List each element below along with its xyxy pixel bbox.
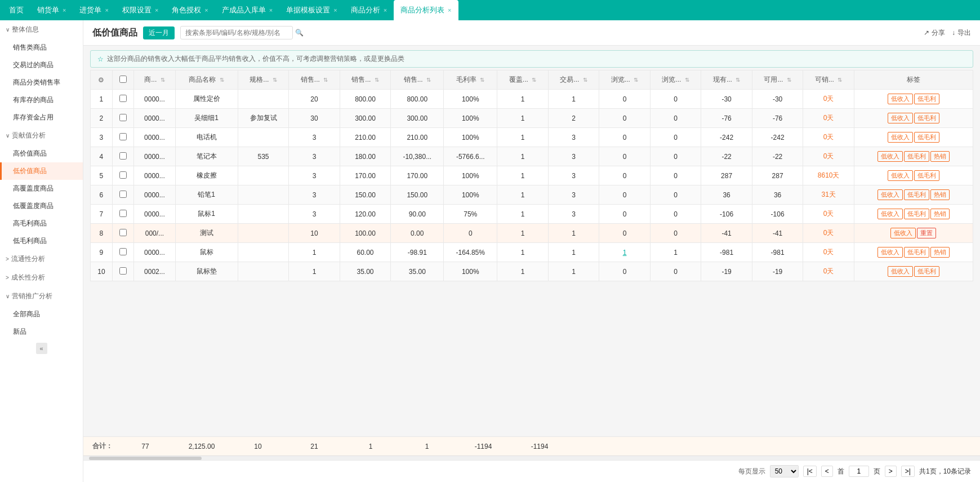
row-checkbox[interactable] [112, 185, 133, 205]
prev-page-btn[interactable]: < [821, 466, 833, 477]
nav-close-icon[interactable]: × [105, 7, 108, 14]
row-checkbox[interactable] [112, 205, 133, 224]
row-checkbox[interactable] [112, 147, 133, 166]
sidebar-item-低价值商品[interactable]: 低价值商品 [0, 162, 83, 180]
row-checkbox[interactable] [112, 109, 133, 128]
col-gear[interactable]: ⚙ [91, 70, 113, 90]
nav-item-单据模板设置[interactable]: 单据模板设置× [279, 0, 344, 20]
select-all-checkbox[interactable] [119, 76, 127, 83]
nav-close-icon[interactable]: × [269, 7, 273, 14]
col-checkbox[interactable] [112, 70, 133, 90]
row-select-checkbox[interactable] [119, 191, 127, 198]
col-sales-amount[interactable]: 销售... ⇅ [391, 70, 444, 90]
row-checkbox[interactable] [112, 128, 133, 147]
row-amount: 800.00 [391, 90, 444, 109]
tag: 低收入 [888, 132, 913, 143]
row-checkbox[interactable] [112, 224, 133, 243]
col-browse1[interactable]: 浏览... ⇅ [599, 70, 651, 90]
col-browse2[interactable]: 浏览... ⇅ [650, 70, 701, 90]
sidebar-item-交易过的商品[interactable]: 交易过的商品 [0, 56, 83, 74]
sidebar-group-整体信息[interactable]: ∨整体信息 [0, 20, 83, 39]
table-container[interactable]: ⚙ 商... ⇅ 商品名称 ⇅ 规格... ⇅ 销售... ⇅ 销售... ⇅ … [83, 70, 980, 436]
nav-close-icon[interactable]: × [333, 7, 337, 14]
sidebar-item-低毛利商品[interactable]: 低毛利商品 [0, 232, 83, 250]
sidebar-item-高价值商品[interactable]: 高价值商品 [0, 145, 83, 162]
row-num: 4 [91, 147, 113, 166]
col-sales-price[interactable]: 销售... ⇅ [340, 70, 391, 90]
next-page-btn[interactable]: > [885, 466, 897, 477]
row-browse1[interactable]: 1 [599, 243, 651, 262]
nav-close-icon[interactable]: × [155, 7, 158, 14]
col-transaction[interactable]: 交易... ⇅ [548, 70, 599, 90]
sidebar-item-高覆盖度商品[interactable]: 高覆盖度商品 [0, 180, 83, 197]
table-row: 8 000/... 测试 10 100.00 0.00 0 1 1 0 0 -4… [91, 224, 973, 243]
sidebar-group-流通性分析[interactable]: >流通性分析 [0, 250, 83, 268]
page-size-select[interactable]: 50 100 [770, 465, 799, 477]
sidebar-collapse-btn[interactable]: « [36, 343, 47, 354]
row-select-checkbox[interactable] [119, 248, 127, 255]
horizontal-scrollbar[interactable] [83, 456, 980, 460]
sidebar-group-成长性分析[interactable]: >成长性分析 [0, 268, 83, 287]
nav-close-icon[interactable]: × [204, 7, 208, 14]
nav-close-icon[interactable]: × [63, 7, 66, 14]
row-select-checkbox[interactable] [119, 133, 127, 140]
col-stock[interactable]: 现有... ⇅ [701, 70, 752, 90]
nav-item-商品分析列表[interactable]: 商品分析列表× [394, 0, 458, 20]
row-name: 鼠标 [175, 243, 238, 262]
nav-item-首页[interactable]: 首页 [2, 0, 30, 20]
col-code[interactable]: 商... ⇅ [134, 70, 175, 90]
page-number-input[interactable] [849, 466, 869, 477]
sidebar-item-高毛利商品[interactable]: 高毛利商品 [0, 215, 83, 232]
sidebar-item-新品[interactable]: 新品 [0, 323, 83, 341]
nav-close-icon[interactable]: × [384, 7, 387, 14]
row-coverage: 1 [497, 128, 549, 147]
row-checkbox[interactable] [112, 243, 133, 262]
row-select-checkbox[interactable] [119, 267, 127, 275]
row-select-checkbox[interactable] [119, 210, 127, 217]
nav-close-icon[interactable]: × [448, 7, 451, 14]
row-select-checkbox[interactable] [119, 95, 127, 102]
row-spec [238, 224, 289, 243]
nav-item-进货单[interactable]: 进货单× [73, 0, 115, 20]
sidebar-item-全部商品[interactable]: 全部商品 [0, 306, 83, 323]
sidebar-item-销售类商品[interactable]: 销售类商品 [0, 39, 83, 56]
search-input[interactable] [180, 26, 293, 39]
col-sales-qty[interactable]: 销售... ⇅ [289, 70, 340, 90]
table-header-row: ⚙ 商... ⇅ 商品名称 ⇅ 规格... ⇅ 销售... ⇅ 销售... ⇅ … [91, 70, 973, 90]
row-checkbox[interactable] [112, 262, 133, 281]
row-checkbox[interactable] [112, 166, 133, 185]
row-select-checkbox[interactable] [119, 229, 127, 236]
nav-item-销货单[interactable]: 销货单× [30, 0, 73, 20]
sidebar-group-营销推广分析[interactable]: ∨营销推广分析 [0, 287, 83, 306]
row-select-checkbox[interactable] [119, 152, 127, 160]
col-available[interactable]: 可用... ⇅ [752, 70, 803, 90]
share-button[interactable]: ↗ 分享 [924, 28, 945, 38]
row-checkbox[interactable] [112, 90, 133, 109]
col-coverage[interactable]: 覆盖... ⇅ [497, 70, 549, 90]
col-gross-margin[interactable]: 毛利率 ⇅ [444, 70, 497, 90]
export-button[interactable]: ↓ 导出 [952, 28, 971, 38]
sidebar-group-贡献值分析[interactable]: ∨贡献值分析 [0, 126, 83, 145]
nav-item-角色授权[interactable]: 角色授权× [165, 0, 215, 20]
sidebar-item-库存资金占用[interactable]: 库存资金占用 [0, 109, 83, 126]
col-name[interactable]: 商品名称 ⇅ [175, 70, 238, 90]
col-saleable[interactable]: 可销... ⇅ [803, 70, 854, 90]
sidebar-item-商品分类销售率[interactable]: 商品分类销售率 [0, 74, 83, 91]
nav-item-权限设置[interactable]: 权限设置× [115, 0, 165, 20]
col-spec[interactable]: 规格... ⇅ [238, 70, 289, 90]
search-icon[interactable]: 🔍 [295, 29, 304, 37]
first-page-btn[interactable]: |< [803, 466, 817, 477]
sidebar-item-有库存的商品[interactable]: 有库存的商品 [0, 91, 83, 109]
row-select-checkbox[interactable] [119, 171, 127, 179]
nav-item-商品分析[interactable]: 商品分析× [344, 0, 394, 20]
sidebar-item-低覆盖度商品[interactable]: 低覆盖度商品 [0, 197, 83, 215]
row-coverage: 1 [497, 243, 549, 262]
period-button[interactable]: 近一月 [143, 26, 175, 39]
row-stock: 36 [701, 185, 752, 205]
row-browse1: 0 [599, 262, 651, 281]
scrollbar-thumb[interactable] [89, 457, 202, 460]
nav-item-产成品入库单[interactable]: 产成品入库单× [215, 0, 279, 20]
gear-icon[interactable]: ⚙ [98, 76, 104, 84]
last-page-btn[interactable]: >| [901, 466, 915, 477]
row-select-checkbox[interactable] [119, 114, 127, 121]
